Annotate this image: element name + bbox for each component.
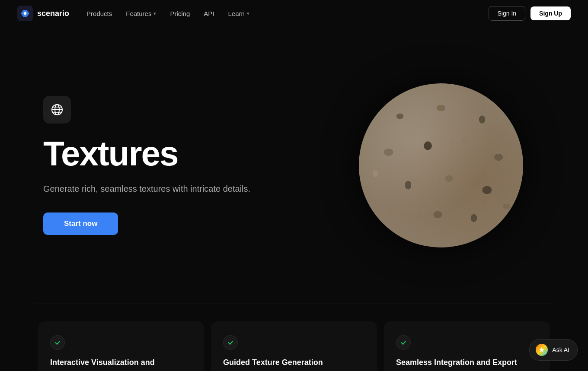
nav-api[interactable]: API <box>204 10 214 17</box>
svg-point-1 <box>24 12 26 15</box>
navbar: scenario Products Features ▾ Pricing API… <box>0 0 588 27</box>
feature-title-3: Seamless Integration and Export <box>396 358 538 368</box>
hero-right <box>337 62 545 269</box>
globe-icon <box>50 103 64 117</box>
check-icon-3 <box>400 339 407 346</box>
feature-title-1: Interactive Visualization and <box>50 358 192 368</box>
check-badge-3 <box>396 335 411 350</box>
start-now-button[interactable]: Start now <box>43 212 118 235</box>
ask-ai-label: Ask AI <box>552 346 569 353</box>
hero-title: Textures <box>43 136 250 172</box>
feature-card-1: Interactive Visualization and <box>38 321 204 371</box>
features-row: Interactive Visualization and Guided Tex… <box>0 304 588 371</box>
nav-left: scenario Products Features ▾ Pricing API… <box>17 6 249 21</box>
nav-features[interactable]: Features ▾ <box>126 10 156 17</box>
features-chevron-icon: ▾ <box>153 11 156 16</box>
texture-sphere <box>359 83 523 247</box>
check-badge-1 <box>50 335 65 350</box>
check-icon-1 <box>54 339 61 346</box>
brand-name: scenario <box>37 9 69 18</box>
nav-pricing[interactable]: Pricing <box>170 10 190 17</box>
sphere-texture-visual <box>359 83 523 247</box>
nav-learn[interactable]: Learn ▾ <box>228 10 249 17</box>
nav-right: Sign In Sign Up <box>489 6 571 21</box>
ask-ai-icon <box>536 344 548 356</box>
scenario-logo-icon <box>17 6 33 21</box>
feature-card-3: Seamless Integration and Export <box>384 321 550 371</box>
nav-products[interactable]: Products <box>86 10 112 17</box>
check-badge-2 <box>223 335 238 350</box>
sign-up-button[interactable]: Sign Up <box>530 6 571 20</box>
hero-left: Textures Generate rich, seamless texture… <box>43 96 250 235</box>
check-icon-2 <box>227 339 234 346</box>
hero-section: Textures Generate rich, seamless texture… <box>0 27 588 304</box>
ai-sparkle-icon <box>538 346 546 354</box>
ask-ai-button[interactable]: Ask AI <box>529 339 578 361</box>
feature-title-2: Guided Texture Generation <box>223 358 365 368</box>
hero-subtitle: Generate rich, seamless textures with in… <box>43 182 250 195</box>
feature-card-2: Guided Texture Generation <box>211 321 377 371</box>
sign-in-button[interactable]: Sign In <box>489 6 526 21</box>
learn-chevron-icon: ▾ <box>247 11 249 16</box>
hero-icon-box <box>43 96 71 124</box>
logo[interactable]: scenario <box>17 6 69 21</box>
nav-links: Products Features ▾ Pricing API Learn ▾ <box>86 10 249 17</box>
